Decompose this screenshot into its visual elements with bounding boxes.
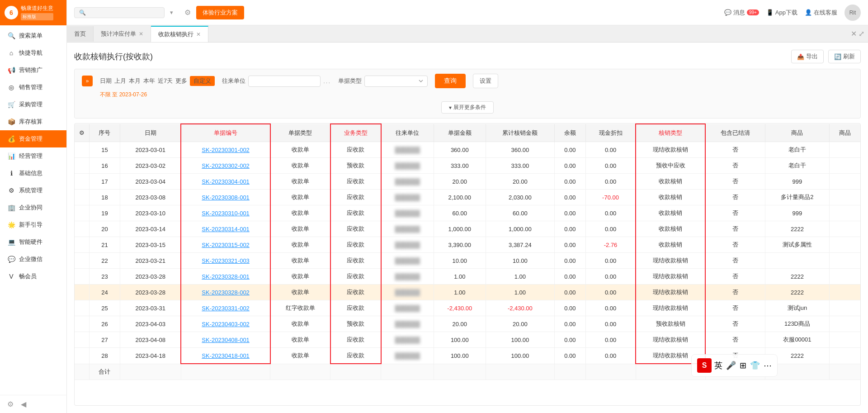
sidebar-item-basic[interactable]: ℹ基础信息 bbox=[0, 165, 66, 182]
td-write_off: 20.00 bbox=[486, 174, 554, 190]
doc-no-link[interactable]: SK-20230328-002 bbox=[202, 289, 250, 296]
service-action[interactable]: 👤 在线客服 bbox=[805, 9, 837, 17]
td-product2 bbox=[830, 142, 860, 158]
doc-no-link[interactable]: SK-20230408-001 bbox=[202, 337, 250, 343]
partner-input[interactable] bbox=[248, 76, 321, 87]
td-doc_no: SK-20230408-001 bbox=[181, 332, 270, 348]
watermark-more-icon[interactable]: ⋯ bbox=[764, 361, 772, 370]
td-include_settled: 否 bbox=[705, 285, 765, 300]
date-option-本年[interactable]: 本年 bbox=[143, 77, 155, 85]
td-biz_type: 应收款 bbox=[330, 269, 381, 285]
td-amount: 2,100.00 bbox=[434, 190, 486, 205]
td-balance: 0.00 bbox=[554, 269, 585, 285]
sidebar-item-wechat[interactable]: 💬企业微信 bbox=[0, 251, 66, 268]
tab-maximize-icon[interactable]: ⤢ bbox=[859, 29, 864, 38]
doc-no-link[interactable]: SK-20230315-002 bbox=[202, 242, 250, 248]
td-product: 123D商品 bbox=[765, 316, 830, 332]
blurred-text: ██████ bbox=[395, 178, 420, 185]
doc-no-link[interactable]: SK-20230308-001 bbox=[202, 194, 250, 201]
date-option-更多[interactable]: 更多 bbox=[175, 77, 187, 85]
sidebar-item-sales[interactable]: ◎销售管理 bbox=[0, 79, 66, 96]
refresh-button[interactable]: 🔄 刷新 bbox=[828, 50, 861, 63]
tab-close-payables[interactable]: ✕ bbox=[139, 31, 143, 37]
doc-no-link[interactable]: SK-20230321-003 bbox=[202, 257, 250, 264]
tab-home[interactable]: 首页 bbox=[67, 26, 94, 42]
td-partner: ██████ bbox=[381, 158, 434, 174]
watermark-grid-icon[interactable]: ⊞ bbox=[740, 361, 746, 370]
td-amount: 20.00 bbox=[434, 316, 486, 332]
td-include_settled: 否 bbox=[705, 221, 765, 237]
doc-no-link[interactable]: SK-20230314-001 bbox=[202, 226, 250, 233]
tab-label-receipts: 收款核销执行 bbox=[158, 30, 193, 38]
doc-no-link[interactable]: SK-20230331-002 bbox=[202, 305, 250, 312]
doc-no-link[interactable]: SK-20230328-001 bbox=[202, 273, 250, 280]
export-button[interactable]: 📤 导出 bbox=[791, 50, 824, 63]
sidebar-item-marketing[interactable]: 📢营销推广 bbox=[0, 62, 66, 79]
watermark-mic-icon[interactable]: 🎤 bbox=[726, 361, 736, 370]
sidebar-item-shortcut[interactable]: ⌂快捷导航 bbox=[0, 44, 66, 62]
date-option-近7天[interactable]: 近7天 bbox=[158, 77, 173, 85]
filter-settings-button[interactable]: 设置 bbox=[473, 74, 498, 88]
sidebar-item-search[interactable]: 🔍搜索菜单 bbox=[0, 27, 66, 44]
blurred-text: ██████ bbox=[395, 257, 420, 264]
doc-no-link[interactable]: SK-20230403-002 bbox=[202, 321, 250, 328]
search-input[interactable] bbox=[89, 9, 160, 16]
watermark-shirt-icon[interactable]: 👕 bbox=[750, 361, 760, 370]
settings-icon[interactable]: ⚙ bbox=[184, 8, 191, 17]
th-balance: 余额 bbox=[554, 124, 585, 142]
sidebar-collapse-icon[interactable]: ◀ bbox=[21, 400, 26, 408]
filter-expand-button[interactable]: » bbox=[82, 76, 93, 86]
doctype-select[interactable] bbox=[364, 76, 428, 87]
sidebar-item-finance[interactable]: 💰资金管理 bbox=[0, 130, 66, 147]
doc-no-link[interactable]: SK-20230310-001 bbox=[202, 210, 250, 217]
user-avatar[interactable]: Rit bbox=[844, 5, 861, 21]
doc-no-link[interactable]: SK-20230418-001 bbox=[202, 352, 250, 359]
td-date: 2023-04-18 bbox=[120, 348, 181, 364]
doc-no-link[interactable]: SK-20230304-001 bbox=[202, 178, 250, 185]
tab-receipts[interactable]: 收款核销执行✕ bbox=[151, 26, 208, 42]
td-discount: -70.00 bbox=[585, 190, 636, 205]
sidebar-item-hardware[interactable]: 💻智能硬件 bbox=[0, 233, 66, 251]
topbar-search-container[interactable]: 🔍 bbox=[74, 7, 165, 18]
tab-payables[interactable]: 预计冲应付单✕ bbox=[94, 26, 151, 42]
td-include_settled: 否 bbox=[705, 237, 765, 253]
sidebar-item-system[interactable]: ⚙系统管理 bbox=[0, 182, 66, 199]
doc-no-link[interactable]: SK-20230301-002 bbox=[202, 147, 250, 153]
th-discount: 现金折扣 bbox=[585, 124, 636, 142]
sidebar-gear-icon[interactable]: ⚙ bbox=[7, 400, 14, 408]
watermark-text-icon[interactable]: 英 bbox=[714, 360, 722, 371]
solution-button[interactable]: 体验行业方案 bbox=[196, 6, 244, 19]
table-row: 272023-04-08SK-20230408-001收款单应收款██████1… bbox=[75, 332, 860, 348]
message-action[interactable]: 💬 消息 99+ bbox=[724, 9, 759, 17]
doc-no-link[interactable]: SK-20230302-002 bbox=[202, 162, 250, 169]
sidebar-item-operations[interactable]: 📊经营管理 bbox=[0, 147, 66, 165]
footer-cell-10 bbox=[585, 364, 636, 380]
date-option-上月[interactable]: 上月 bbox=[114, 77, 126, 85]
td-date: 2023-03-28 bbox=[120, 285, 181, 300]
query-button[interactable]: 查询 bbox=[435, 74, 466, 88]
filter-doctype-item: 单据类型 bbox=[338, 76, 428, 87]
date-custom-button[interactable]: 自定义 bbox=[190, 76, 215, 86]
sidebar: 6 畅康道好生意 标推版 🔍搜索菜单⌂快捷导航📢营销推广◎销售管理🛒采购管理📦库… bbox=[0, 0, 67, 413]
td-date: 2023-04-03 bbox=[120, 316, 181, 332]
td-doc_no: SK-20230321-003 bbox=[181, 253, 270, 269]
expand-more-button[interactable]: ▾ 展开更多条件 bbox=[441, 101, 494, 114]
gear-icon[interactable]: ⚙ bbox=[79, 129, 85, 136]
sidebar-item-newbie[interactable]: 🌟新手引导 bbox=[0, 216, 66, 233]
tab-close-icon[interactable]: ✕ bbox=[851, 29, 857, 38]
date-option-本月[interactable]: 本月 bbox=[129, 77, 141, 85]
td-product bbox=[765, 253, 830, 269]
tab-close-receipts[interactable]: ✕ bbox=[196, 31, 201, 38]
sidebar-item-member[interactable]: V畅会员 bbox=[0, 268, 66, 285]
dots-icon[interactable]: ... bbox=[323, 78, 331, 85]
refresh-icon: 🔄 bbox=[834, 53, 841, 60]
sidebar-item-purchase[interactable]: 🛒采购管理 bbox=[0, 96, 66, 113]
th-product2: 商品 bbox=[830, 124, 860, 142]
td-biz_type: 应收款 bbox=[330, 253, 381, 269]
td-cancel_type: 收款核销 bbox=[636, 205, 705, 221]
sidebar-item-inventory[interactable]: 📦库存核算 bbox=[0, 113, 66, 130]
dropdown-icon[interactable]: ▾ bbox=[170, 9, 179, 16]
app-download-action[interactable]: 📱 App下载 bbox=[766, 9, 797, 17]
sidebar-item-corp[interactable]: 🏢企业协同 bbox=[0, 199, 66, 216]
expand-more-label: 展开更多条件 bbox=[453, 104, 486, 111]
